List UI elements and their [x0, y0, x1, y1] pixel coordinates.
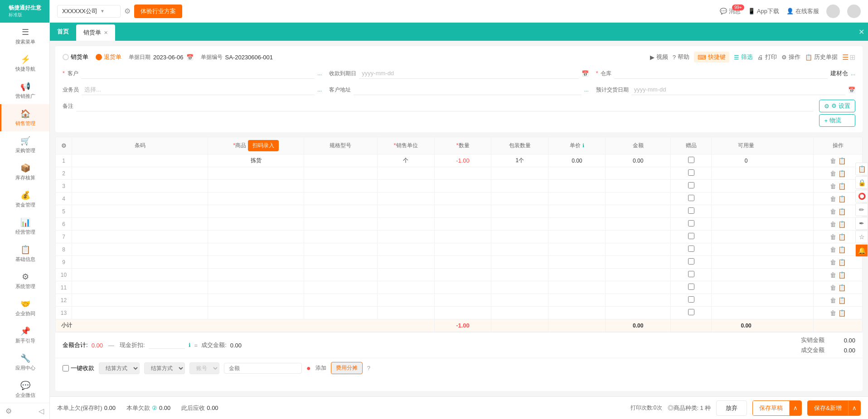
- one-click-checkbox[interactable]: [63, 365, 69, 371]
- list-view-icon[interactable]: ☰: [842, 53, 849, 62]
- company-select[interactable]: XXXXXX公司 ▼: [57, 5, 121, 18]
- discount-info-icon[interactable]: ℹ: [189, 342, 191, 348]
- save-new-arrow-btn[interactable]: ∧: [848, 401, 860, 415]
- print-btn[interactable]: 🖨 打印: [757, 53, 777, 61]
- row-unit[interactable]: [377, 218, 434, 231]
- row-amount[interactable]: [606, 193, 671, 205]
- row-spec[interactable]: [304, 154, 377, 167]
- row-price[interactable]: [548, 205, 606, 218]
- row-unit[interactable]: [377, 231, 434, 243]
- row-gift[interactable]: [671, 243, 712, 256]
- row-pkg-qty[interactable]: [491, 294, 548, 307]
- row-price[interactable]: [548, 307, 606, 319]
- tabbar-close-icon[interactable]: ✕: [858, 28, 864, 36]
- row-unit[interactable]: [377, 205, 434, 218]
- row-barcode[interactable]: [72, 307, 208, 319]
- row-barcode[interactable]: [72, 269, 208, 281]
- row-price[interactable]: [548, 218, 606, 231]
- row-spec[interactable]: [304, 193, 377, 205]
- addr-dots[interactable]: ...: [584, 87, 589, 93]
- row-pkg-qty[interactable]: [491, 281, 548, 294]
- row-amount[interactable]: [606, 243, 671, 256]
- row-product[interactable]: [208, 167, 304, 180]
- copy-row-icon[interactable]: 📋: [838, 309, 846, 317]
- row-unit[interactable]: [377, 269, 434, 281]
- row-price[interactable]: [548, 180, 606, 193]
- expected-date-calendar-icon[interactable]: 📅: [848, 87, 855, 93]
- video-btn[interactable]: ▶ 视频: [650, 53, 668, 61]
- sidebar-item-企业协同[interactable]: 🤝企业协同: [0, 294, 49, 322]
- pay-account-select[interactable]: 账号: [189, 362, 219, 374]
- row-spec[interactable]: [304, 307, 377, 319]
- row-qty[interactable]: [434, 243, 491, 256]
- row-pkg-qty[interactable]: 1个: [491, 154, 548, 167]
- row-qty[interactable]: [434, 269, 491, 281]
- row-price[interactable]: [548, 231, 606, 243]
- row-price[interactable]: [548, 193, 606, 205]
- row-pkg-qty[interactable]: [491, 180, 548, 193]
- sidebar-item-应用中心[interactable]: 🔧应用中心: [0, 349, 49, 376]
- tab-sales-order[interactable]: 销货单 ✕: [76, 24, 115, 41]
- copy-row-icon[interactable]: 📋: [838, 233, 846, 241]
- row-unit[interactable]: [377, 294, 434, 307]
- radio-sales[interactable]: 销货单: [63, 53, 88, 61]
- row-amount[interactable]: 0.00: [606, 154, 671, 167]
- row-product[interactable]: [208, 180, 304, 193]
- row-gift[interactable]: [671, 269, 712, 281]
- settle-method-select[interactable]: 结算方式: [144, 362, 185, 374]
- row-product[interactable]: [208, 307, 304, 319]
- row-unit[interactable]: [377, 256, 434, 269]
- sidebar-item-企业微信[interactable]: 💬企业微信: [0, 376, 49, 403]
- expected-date-input[interactable]: [631, 84, 845, 95]
- row-qty[interactable]: [434, 205, 491, 218]
- one-click-pay[interactable]: 一键收款: [63, 364, 94, 372]
- sidebar-item-快捷导航[interactable]: ⚡快捷导航: [0, 50, 49, 77]
- float-notes-btn[interactable]: 📋: [855, 163, 868, 175]
- calendar-icon[interactable]: 📅: [186, 54, 194, 61]
- row-price[interactable]: [548, 243, 606, 256]
- due-date-input[interactable]: [359, 68, 578, 79]
- row-amount[interactable]: [606, 167, 671, 180]
- row-barcode[interactable]: [72, 193, 208, 205]
- delete-row-icon[interactable]: 🗑: [830, 221, 836, 228]
- row-gift[interactable]: [671, 294, 712, 307]
- col-settings[interactable]: ⚙: [56, 137, 72, 154]
- shortcut-btn[interactable]: ⌨ 快捷键: [694, 52, 729, 63]
- float-pen-btn[interactable]: ✒: [855, 217, 868, 230]
- row-qty[interactable]: -1.00: [434, 154, 491, 167]
- row-pkg-qty[interactable]: [491, 231, 548, 243]
- row-unit[interactable]: [377, 193, 434, 205]
- row-price[interactable]: [548, 269, 606, 281]
- sidebar-item-搜索菜单[interactable]: ☰搜索菜单: [0, 23, 49, 50]
- sidebar-item-库存核算[interactable]: 📦库存核算: [0, 159, 49, 186]
- trial-button[interactable]: 体验行业方案: [134, 5, 182, 18]
- customer-input[interactable]: [81, 68, 315, 79]
- row-pkg-qty[interactable]: [491, 218, 548, 231]
- row-qty[interactable]: [434, 281, 491, 294]
- collapse-icon[interactable]: ◁: [39, 407, 44, 415]
- row-amount[interactable]: [606, 269, 671, 281]
- copy-row-icon[interactable]: 📋: [838, 284, 846, 291]
- row-unit[interactable]: [377, 281, 434, 294]
- row-unit[interactable]: [377, 307, 434, 319]
- row-product[interactable]: [208, 269, 304, 281]
- float-active-btn[interactable]: 🔔: [855, 244, 868, 257]
- row-amount[interactable]: [606, 281, 671, 294]
- pay-method-select[interactable]: 结算方式: [99, 362, 140, 374]
- copy-row-icon[interactable]: 📋: [838, 195, 846, 202]
- copy-row-icon[interactable]: 📋: [838, 259, 846, 266]
- row-product[interactable]: [208, 281, 304, 294]
- row-spec[interactable]: [304, 269, 377, 281]
- pay-amount-input[interactable]: [224, 363, 302, 374]
- warehouse-dots[interactable]: ...: [851, 70, 855, 77]
- customer-addr-input[interactable]: [354, 84, 581, 95]
- online-service-btn[interactable]: 👤 在线客服: [786, 7, 819, 15]
- row-product[interactable]: [208, 193, 304, 205]
- row-spec[interactable]: [304, 243, 377, 256]
- row-pkg-qty[interactable]: [491, 307, 548, 319]
- row-barcode[interactable]: [72, 205, 208, 218]
- copy-row-icon[interactable]: 📋: [838, 183, 846, 190]
- row-qty[interactable]: [434, 180, 491, 193]
- row-spec[interactable]: [304, 281, 377, 294]
- row-product[interactable]: [208, 205, 304, 218]
